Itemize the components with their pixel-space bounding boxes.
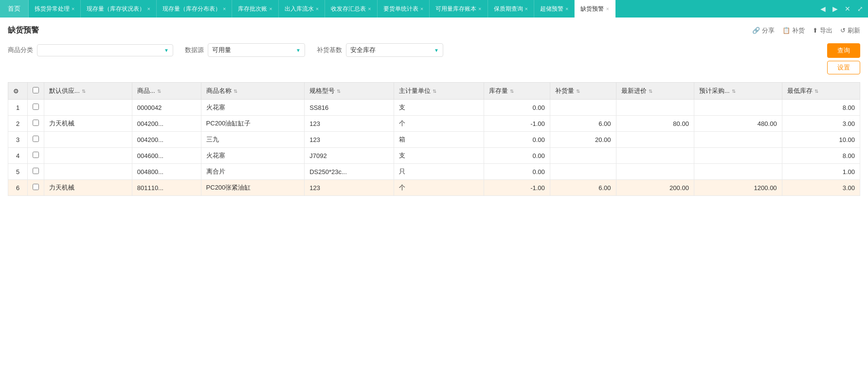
datasource-filter-group: 数据源 可用量 ▼ [185,43,305,57]
row-latest-price [616,132,694,148]
tab-3[interactable]: 现存量（库存分布表） × [157,0,232,18]
col-product-name[interactable]: 商品名称 ⇅ [201,83,305,100]
sort-supplier-icon: ⇅ [82,88,86,94]
col-gear[interactable]: ⚙ [8,83,28,100]
row-replenish [550,164,616,180]
tab-4[interactable]: 库存批次账 × [232,0,278,18]
close-tab-2[interactable]: × [147,6,150,12]
replenish-base-filter-group: 补货基数 安全库存 ▼ [317,43,443,57]
row-unit: 个 [394,116,484,132]
row-product-code: 0000042 [132,100,201,116]
datasource-label: 数据源 [185,46,204,54]
col-checkbox [28,83,44,100]
sort-product-name-icon: ⇅ [234,88,237,94]
col-product-code[interactable]: 商品... ⇅ [132,83,201,100]
row-supplier [44,164,132,180]
row-checkbox[interactable] [33,136,39,142]
row-min-stock: 8.00 [782,148,860,164]
table-wrapper: ⚙ 默认供应... ⇅ 商品... ⇅ [8,82,860,196]
page-title: 缺货预警 [8,25,39,35]
row-checkbox[interactable] [33,184,39,190]
row-product-name: 火花塞 [201,100,305,116]
col-spec[interactable]: 规格型号 ⇅ [305,83,394,100]
col-stock[interactable]: 库存量 ⇅ [484,83,550,100]
tab-home[interactable]: 首页 [0,0,29,18]
col-replenish[interactable]: 补货量 ⇅ [550,83,616,100]
col-latest-price[interactable]: 最新进价 ⇅ [616,83,694,100]
row-checkbox[interactable] [33,152,39,158]
setting-button[interactable]: 设置 [827,61,860,74]
col-est-purchase[interactable]: 预计采购... ⇅ [694,83,782,100]
category-select[interactable]: ▼ [37,44,173,56]
replenish-base-select[interactable]: 安全库存 ▼ [346,43,443,57]
row-no: 1 [8,100,28,116]
row-stock: 0.00 [484,100,550,116]
tab-6[interactable]: 收发存汇总表 × [325,0,377,18]
col-supplier[interactable]: 默认供应... ⇅ [44,83,132,100]
close-tab-11[interactable]: × [606,6,609,12]
close-tab-6[interactable]: × [368,6,371,12]
row-product-code: 004200... [132,132,201,148]
row-checkbox[interactable] [33,168,39,174]
row-unit: 个 [394,180,484,196]
table-row: 4004600...火花塞J7092支0.008.00 [8,148,860,164]
category-label: 商品分类 [8,46,33,54]
col-unit[interactable]: 主计量单位 ⇅ [394,83,484,100]
row-min-stock: 1.00 [782,164,860,180]
row-spec: 123 [305,180,394,196]
tab-expand-button[interactable]: ⤢ [854,4,866,14]
close-tab-1[interactable]: × [72,6,74,12]
row-replenish: 6.00 [550,116,616,132]
tab-1[interactable]: 拣货异常处理 × [29,0,81,18]
row-latest-price [616,100,694,116]
row-latest-price [616,164,694,180]
refresh-button[interactable]: ↺ 刷新 [840,26,860,35]
close-tab-10[interactable]: × [565,6,568,12]
tab-8[interactable]: 可用量库存账本 × [430,0,488,18]
table-row: 5004800...离合片DS250*23c...只0.001.00 [8,164,860,180]
row-product-code: 004800... [132,164,201,180]
export-button[interactable]: ⬆ 导出 [813,26,832,35]
replenish-button[interactable]: 📋 补货 [782,26,805,35]
close-tab-8[interactable]: × [478,6,481,12]
share-button[interactable]: 🔗 分享 [752,26,775,35]
tab-next-button[interactable]: ▶ [830,4,841,14]
query-button[interactable]: 查询 [827,43,860,58]
row-supplier [44,132,132,148]
tab-11[interactable]: 缺货预警 × [575,0,615,18]
tab-5[interactable]: 出入库流水 × [279,0,325,18]
col-min-stock[interactable]: 最低库存 ⇅ [782,83,860,100]
row-product-name: 三九 [201,132,305,148]
row-est-purchase [694,164,782,180]
tab-10[interactable]: 超储预警 × [534,0,575,18]
sort-stock-icon: ⇅ [510,88,514,94]
row-supplier: 力天机械 [44,180,132,196]
tab-9[interactable]: 保质期查询 × [488,0,534,18]
row-checkbox[interactable] [33,120,39,126]
row-checkbox-cell [28,100,44,116]
row-checkbox-cell [28,116,44,132]
row-latest-price: 200.00 [616,180,694,196]
sort-product-code-icon: ⇅ [157,88,161,94]
close-tab-4[interactable]: × [269,6,272,12]
tab-prev-button[interactable]: ◀ [817,4,829,14]
close-tab-3[interactable]: × [223,6,226,12]
row-latest-price [616,148,694,164]
row-checkbox[interactable] [33,104,39,110]
row-latest-price: 80.00 [616,116,694,132]
row-no: 3 [8,132,28,148]
tab-2[interactable]: 现存量（库存状况表） × [81,0,156,18]
tab-close-all-button[interactable]: ✕ [842,4,853,14]
category-select-arrow: ▼ [164,48,169,53]
close-tab-7[interactable]: × [420,6,423,12]
replenish-base-select-arrow: ▼ [434,48,439,53]
datasource-select[interactable]: 可用量 ▼ [208,43,305,57]
close-tab-5[interactable]: × [316,6,319,12]
row-replenish [550,100,616,116]
close-tab-9[interactable]: × [525,6,528,12]
tab-7[interactable]: 要货单统计表 × [378,0,430,18]
row-est-purchase [694,132,782,148]
row-spec: DS250*23c... [305,164,394,180]
replenish-icon: 📋 [782,27,790,34]
select-all-checkbox[interactable] [33,87,39,93]
